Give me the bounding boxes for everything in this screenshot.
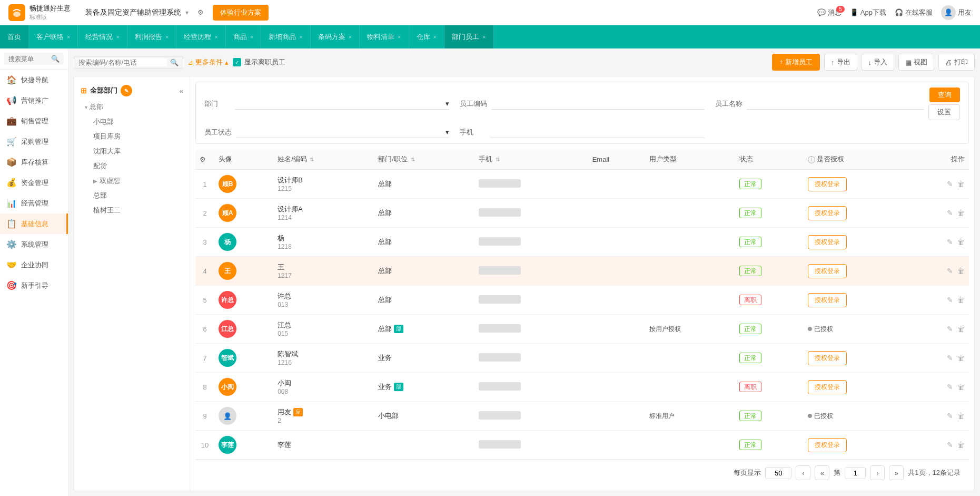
edit-icon[interactable]: ✎ (947, 354, 953, 362)
settings-icon-btn[interactable]: ⚙ (193, 5, 209, 21)
resigned-checkbox[interactable]: ✓ (233, 58, 241, 66)
sidebar-item-purchase[interactable]: 🛒 采购管理 (0, 131, 68, 152)
nav-tab-profit[interactable]: 利润报告× (127, 25, 176, 48)
dept-node-shenyangdaku[interactable]: 沈阳大库 (81, 144, 190, 159)
dept-node-peihuo[interactable]: 配货 (81, 159, 190, 173)
close-icon[interactable]: × (482, 34, 486, 40)
more-conditions-btn[interactable]: ⊿ 更多条件 ▴ (187, 57, 229, 67)
close-icon[interactable]: × (433, 34, 437, 40)
nav-tab-add-goods[interactable]: 新增商品× (261, 25, 310, 48)
close-icon[interactable]: × (116, 34, 119, 40)
sidebar-item-quick-nav[interactable]: 🏠 快捷导航 (0, 70, 68, 90)
edit-icon[interactable]: ✎ (947, 180, 953, 188)
sidebar-item-sales[interactable]: 💼 销售管理 (0, 111, 68, 131)
delete-icon[interactable]: 🗑 (957, 180, 965, 188)
system-title-dropdown-icon[interactable]: ▾ (185, 9, 189, 16)
emp-name-input[interactable] (747, 98, 924, 110)
sidebar-item-guide[interactable]: 🎯 新手引导 (0, 275, 68, 296)
sidebar-item-marketing[interactable]: 📢 营销推广 (0, 90, 68, 111)
edit-icon[interactable]: ✎ (947, 383, 953, 391)
import-btn[interactable]: ↓ 导入 (862, 54, 895, 71)
query-btn[interactable]: 查询 (929, 87, 960, 102)
dept-node-xiaodianju[interactable]: 小电部 (81, 114, 190, 129)
dept-node-shuangxuxiang[interactable]: ▶ 双虚想 (81, 173, 190, 188)
close-icon[interactable]: × (250, 34, 253, 40)
nav-tab-staff[interactable]: 部门员工× (444, 25, 493, 48)
nav-tab-warehouse[interactable]: 仓库× (409, 25, 444, 48)
nav-tab-goods[interactable]: 商品× (226, 25, 261, 48)
auth-login-btn[interactable]: 授权登录 (808, 380, 847, 394)
dept-node-zongbu[interactable]: 总部 (81, 188, 190, 203)
col-dept[interactable]: 部门/职位 ⇅ (374, 149, 474, 170)
auth-login-btn[interactable]: 授权登录 (808, 293, 847, 307)
delete-icon[interactable]: 🗑 (957, 209, 965, 217)
dept-select[interactable]: ▾ (235, 98, 449, 110)
auth-login-btn[interactable]: 授权登录 (808, 438, 847, 452)
emp-code-input[interactable] (491, 98, 705, 110)
nav-tab-bom[interactable]: 物料清单× (360, 25, 409, 48)
edit-icon[interactable]: ✎ (947, 325, 953, 333)
phone-input[interactable] (490, 127, 705, 138)
close-icon[interactable]: × (67, 34, 70, 40)
edit-icon[interactable]: ✎ (947, 209, 953, 217)
edit-icon[interactable]: ✎ (947, 238, 953, 246)
sidebar-item-inventory[interactable]: 📦 库存核算 (0, 152, 68, 172)
app-download-btn[interactable]: 📱 App下载 (850, 8, 886, 17)
delete-icon[interactable]: 🗑 (957, 412, 965, 420)
edit-icon[interactable]: ✎ (947, 267, 953, 275)
col-phone[interactable]: 手机 ⇅ (474, 149, 588, 170)
sidebar-item-finance[interactable]: 💰 资金管理 (0, 172, 68, 193)
online-service-btn[interactable]: 🎧 在线客服 (895, 8, 933, 17)
print-btn[interactable]: 🖨 打印 (938, 54, 975, 71)
user-btn[interactable]: 👤 用友 (941, 5, 972, 20)
filter-settings-btn[interactable]: 设置 (928, 104, 960, 120)
dept-collapse-btn[interactable]: « (180, 87, 183, 95)
close-icon[interactable]: × (214, 34, 217, 40)
view-btn[interactable]: ▦ 视图 (898, 54, 934, 71)
delete-icon[interactable]: 🗑 (957, 354, 965, 362)
prev-page-btn[interactable]: ‹ (796, 465, 810, 480)
sidebar-item-system[interactable]: ⚙️ 系统管理 (0, 234, 68, 255)
delete-icon[interactable]: 🗑 (957, 296, 965, 304)
emp-status-select[interactable]: ▾ (236, 127, 449, 138)
close-icon[interactable]: × (299, 34, 302, 40)
delete-icon[interactable]: 🗑 (957, 325, 965, 333)
dept-edit-btn[interactable]: ✎ (121, 85, 132, 96)
auth-login-btn[interactable]: 授权登录 (808, 177, 847, 191)
nav-tab-ops[interactable]: 经营情况× (78, 25, 127, 48)
dept-group-title[interactable]: ▾ 总部 (81, 100, 190, 114)
export-btn[interactable]: ↑ 导出 (824, 54, 857, 71)
page-number-input[interactable] (845, 467, 866, 479)
close-icon[interactable]: × (165, 34, 169, 40)
auth-login-btn[interactable]: 授权登录 (808, 264, 847, 278)
delete-icon[interactable]: 🗑 (957, 441, 965, 449)
auth-login-btn[interactable]: 授权登录 (808, 351, 847, 365)
nav-tab-barcode[interactable]: 条码方案× (311, 25, 360, 48)
delete-icon[interactable]: 🗑 (957, 267, 965, 275)
sidebar-item-operations[interactable]: 📊 经营管理 (0, 193, 68, 213)
sidebar-item-basic[interactable]: 📋 基础信息 (0, 213, 68, 234)
edit-icon[interactable]: ✎ (947, 441, 953, 449)
dept-node-xiangmukufang[interactable]: 项目库房 (81, 129, 190, 144)
nav-tab-process[interactable]: 经营历程× (176, 25, 225, 48)
delete-icon[interactable]: 🗑 (957, 238, 965, 246)
delete-icon[interactable]: 🗑 (957, 383, 965, 391)
sidebar-item-collab[interactable]: 🤝 企业协同 (0, 255, 68, 275)
nav-tab-home[interactable]: 首页 (0, 25, 29, 48)
close-icon[interactable]: × (349, 34, 352, 40)
experience-btn[interactable]: 体验行业方案 (213, 5, 269, 21)
add-employee-btn[interactable]: + 新增员工 (772, 54, 820, 71)
close-icon[interactable]: × (398, 34, 401, 40)
show-resigned-toggle[interactable]: ✓ 显示离职员工 (233, 57, 285, 67)
col-name[interactable]: 姓名/编码 ⇅ (273, 149, 374, 170)
auth-login-btn[interactable]: 授权登录 (808, 206, 847, 220)
next-page-btn[interactable]: › (870, 465, 885, 480)
nav-tab-customer[interactable]: 客户联络× (29, 25, 78, 48)
next-page-btn2[interactable]: » (889, 465, 904, 480)
per-page-input[interactable] (765, 467, 791, 479)
dept-node-zhishuwanger[interactable]: 植树王二 (81, 203, 190, 218)
employee-search-input[interactable] (78, 59, 167, 66)
edit-icon[interactable]: ✎ (947, 296, 953, 304)
sidebar-search-input[interactable] (8, 55, 51, 63)
auth-login-btn[interactable]: 授权登录 (808, 235, 847, 249)
